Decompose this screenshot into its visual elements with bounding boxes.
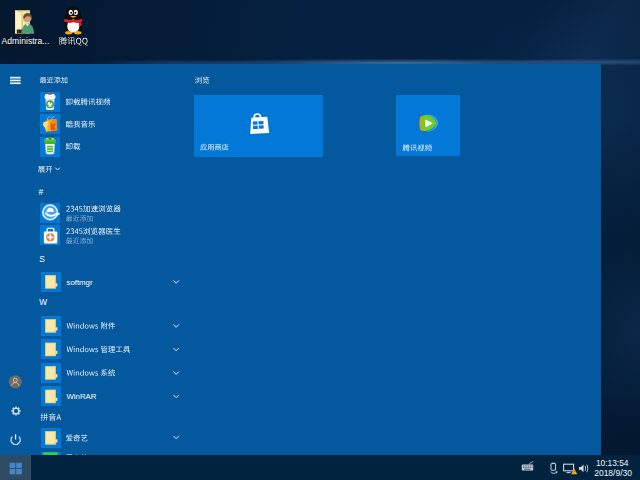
svg-text:2018/9/30: 2018/9/30 <box>594 468 632 478</box>
svg-text:Administra...: Administra... <box>2 36 50 46</box>
svg-text:10:13:54: 10:13:54 <box>596 458 629 468</box>
svg-text:W: W <box>39 297 47 307</box>
svg-text:softmgr: softmgr <box>67 278 93 287</box>
svg-text:#: # <box>39 187 44 197</box>
svg-text:S: S <box>39 254 45 264</box>
svg-text:WinRAR: WinRAR <box>67 392 97 401</box>
